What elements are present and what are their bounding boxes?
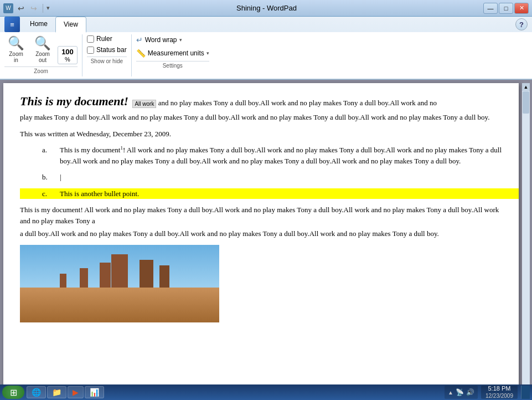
word-wrap-label: Word wrap bbox=[145, 36, 177, 44]
ribbon-content: 🔍 Zoom in 🔍 Zoom out 100 % Zoom bbox=[0, 32, 532, 79]
help-button[interactable]: ? bbox=[515, 18, 528, 30]
word-wrap-arrow: ▾ bbox=[179, 37, 182, 43]
all-work-badge: All work bbox=[132, 100, 156, 108]
scroll-up-button[interactable]: ▲ bbox=[522, 83, 530, 91]
settings-items: ↵ Word wrap ▾ 📏 Measurement units ▾ bbox=[136, 34, 209, 59]
presentation-icon: 📊 bbox=[90, 388, 99, 397]
start-icon: ⊞ bbox=[10, 387, 17, 398]
taskbar-items: 🌐 📁 ▶ 📊 bbox=[27, 386, 104, 398]
bullet-list: a. This is my document1! All work and no… bbox=[20, 145, 502, 199]
ribbon: ≡ Home View ? 🔍 Zoom in 🔍 Zoom out bbox=[0, 17, 532, 80]
explorer-icon: 📁 bbox=[52, 388, 61, 397]
rock-4 bbox=[80, 268, 88, 288]
tray-hide-arrow[interactable]: ▲ bbox=[448, 389, 453, 396]
undo-button[interactable]: ↩ bbox=[16, 3, 27, 14]
document-title: This is my document! bbox=[20, 94, 128, 108]
zoom-percent-symbol: % bbox=[65, 56, 70, 63]
ruler-checkbox[interactable] bbox=[87, 35, 94, 43]
zoom-percent-number: 100 bbox=[61, 48, 74, 56]
ribbon-group-zoom: 🔍 Zoom in 🔍 Zoom out 100 % Zoom bbox=[0, 34, 82, 76]
bullet-b-cursor: | bbox=[60, 172, 61, 183]
para-1: play makes Tony a dull boy.All work and … bbox=[20, 112, 502, 123]
word-wrap-icon: ↵ bbox=[136, 35, 143, 44]
clock-time: 5:18 PM bbox=[488, 385, 510, 392]
start-button[interactable]: ⊞ bbox=[2, 386, 24, 399]
zoom-controls: 🔍 Zoom in 🔍 Zoom out 100 % bbox=[4, 34, 78, 64]
ruler-label: Ruler bbox=[96, 35, 112, 43]
main-area: This is my document! All work and no pla… bbox=[0, 80, 532, 398]
title-bar: W ↩ ↪ ▾ Shining - WordPad — □ ✕ bbox=[0, 0, 532, 17]
window-title: Shining - WordPad bbox=[50, 4, 483, 12]
media-icon: ▶ bbox=[73, 388, 79, 397]
tray-icon-volume[interactable]: 🔊 bbox=[466, 388, 474, 396]
taskbar-item-presentation[interactable]: 📊 bbox=[85, 386, 104, 398]
redo-button[interactable]: ↪ bbox=[28, 3, 39, 14]
ruler-checkbox-item[interactable]: Ruler bbox=[87, 34, 127, 43]
clock-display[interactable]: 5:18 PM 12/23/2009 bbox=[481, 386, 518, 399]
settings-group-label: Settings bbox=[136, 61, 209, 69]
taskbar-item-ie[interactable]: 🌐 bbox=[27, 386, 46, 398]
app-icon: W bbox=[3, 3, 13, 13]
bullet-item-c: c. This is another bullet point. bbox=[20, 188, 519, 199]
status-bar-checkbox[interactable] bbox=[87, 47, 94, 54]
taskbar-right: ▲ 📡 🔊 5:18 PM 12/23/2009 bbox=[445, 386, 530, 399]
zoom-in-icon: 🔍 bbox=[8, 35, 24, 51]
tray-icon-network: 📡 bbox=[456, 388, 464, 396]
document-area[interactable]: This is my document! All work and no pla… bbox=[3, 83, 519, 394]
taskbar: ⊞ 🌐 📁 ▶ 📊 ▲ 📡 🔊 5:18 PM 12/23/2009 bbox=[0, 384, 532, 400]
rock-6 bbox=[60, 274, 66, 288]
zoom-percent-button[interactable]: 100 % bbox=[58, 46, 78, 64]
tab-view[interactable]: View bbox=[55, 17, 86, 33]
zoom-group-label: Zoom bbox=[4, 66, 78, 74]
system-tray: ▲ 📡 🔊 bbox=[445, 386, 478, 399]
status-bar-label: Status bar bbox=[96, 46, 127, 54]
scroll-track bbox=[522, 91, 530, 387]
zoom-in-button[interactable]: 🔍 Zoom in bbox=[4, 34, 28, 64]
rock-3 bbox=[140, 260, 153, 288]
separator bbox=[43, 4, 43, 13]
bullet-c-label: c. bbox=[42, 188, 55, 199]
close-button[interactable]: ✕ bbox=[514, 3, 529, 14]
show-hide-group-label: Show or hide bbox=[87, 57, 127, 64]
measurement-icon: 📏 bbox=[136, 49, 146, 58]
measurement-arrow: ▾ bbox=[206, 50, 209, 56]
zoom-in-label: Zoom bbox=[9, 51, 23, 57]
window-controls: — □ ✕ bbox=[483, 3, 529, 14]
vertical-scrollbar[interactable]: ▲ ▼ bbox=[522, 83, 530, 394]
rock-5 bbox=[159, 265, 169, 288]
app-menu-button[interactable]: ≡ bbox=[4, 17, 20, 32]
zoom-out-icon: 🔍 bbox=[34, 35, 51, 51]
show-hide-items: Ruler Status bar bbox=[87, 34, 127, 54]
bullet-b-label: b. bbox=[42, 172, 55, 183]
minimize-button[interactable]: — bbox=[483, 3, 498, 14]
rock-1 bbox=[111, 254, 128, 288]
zoom-out-label: Zoom bbox=[35, 51, 50, 57]
word-wrap-dropdown[interactable]: ↵ Word wrap ▾ bbox=[136, 34, 209, 45]
title-bar-left: W ↩ ↪ ▾ bbox=[3, 3, 50, 14]
ground-area bbox=[20, 288, 219, 322]
rock-2 bbox=[100, 263, 111, 288]
landscape-image bbox=[20, 245, 219, 322]
measurement-units-dropdown[interactable]: 📏 Measurement units ▾ bbox=[136, 48, 209, 59]
taskbar-item-explorer[interactable]: 📁 bbox=[47, 386, 66, 398]
document-title-line: This is my document! All work and no pla… bbox=[20, 94, 502, 109]
bullet-c-text: This is another bullet point. bbox=[60, 188, 139, 199]
ribbon-tabs: ≡ Home View bbox=[0, 17, 91, 32]
measurement-units-label: Measurement units bbox=[148, 49, 204, 57]
maximize-button[interactable]: □ bbox=[499, 3, 513, 14]
bullet-item-a: a. This is my document1! All work and no… bbox=[42, 145, 502, 166]
para-4: a dull boy.All work and no play makes To… bbox=[20, 228, 502, 239]
taskbar-item-media[interactable]: ▶ bbox=[68, 386, 84, 398]
ribbon-group-settings: ↵ Word wrap ▾ 📏 Measurement units ▾ Sett… bbox=[132, 34, 214, 76]
document-wrapper: This is my document! All work and no pla… bbox=[0, 80, 532, 398]
scroll-thumb[interactable] bbox=[523, 91, 529, 114]
ribbon-group-show-hide: Ruler Status bar Show or hide bbox=[82, 34, 132, 76]
clock-date: 12/23/2009 bbox=[485, 393, 513, 399]
show-desktop-button[interactable] bbox=[521, 386, 530, 399]
bullet-a-label: a. bbox=[42, 145, 55, 166]
para-3: This is my document! All work and no pla… bbox=[20, 204, 502, 226]
tab-home[interactable]: Home bbox=[22, 17, 55, 32]
status-bar-checkbox-item[interactable]: Status bar bbox=[87, 45, 127, 54]
ie-icon: 🌐 bbox=[32, 388, 41, 397]
zoom-out-button[interactable]: 🔍 Zoom out bbox=[31, 34, 54, 64]
